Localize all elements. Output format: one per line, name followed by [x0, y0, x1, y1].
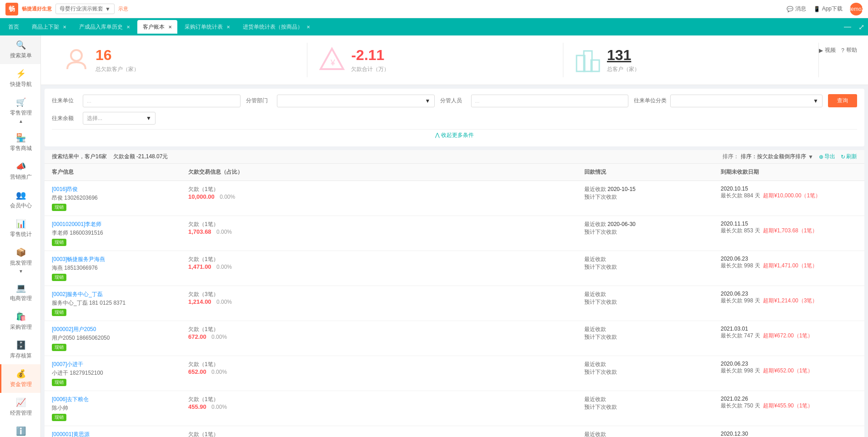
view-icon: ▶ — [819, 47, 823, 54]
help-icon: ? — [841, 47, 844, 54]
debt-percent: 0.00% — [211, 334, 227, 340]
sidebar-item-purchase-mgmt[interactable]: 🛍️ 采购管理 — [0, 307, 40, 336]
tab-customer-account[interactable]: 客户账本 ✕ — [137, 20, 177, 34]
debt-amount: 1,214.00 — [188, 298, 211, 305]
overdue-amount-link[interactable]: 超期¥652.00（1笔） — [763, 367, 813, 374]
brand-short[interactable]: 示意 — [118, 5, 128, 12]
sort-label: 排序： — [722, 153, 739, 161]
debt-label: 欠款（1笔） — [188, 256, 584, 263]
customer-name-link[interactable]: [000002]用户2050 — [52, 326, 188, 333]
debt-cell: 欠款（1笔） 455.90 0.00% — [188, 396, 584, 410]
sidebar-item-quick-nav[interactable]: ⚡ 快捷导航 — [0, 64, 40, 93]
sidebar-item-retail-mall[interactable]: 🏪 零售商城 — [0, 128, 40, 157]
dept-select[interactable]: ▼ — [277, 95, 435, 107]
stat-customers-number: 16 — [95, 47, 139, 64]
tab-product-shelf[interactable]: 商品上下架 ✕ — [26, 20, 72, 34]
sidebar-item-inventory[interactable]: 🗄️ 库存核算 — [0, 336, 40, 364]
overdue-amount-link[interactable]: 超期¥1,471.00（1笔） — [763, 262, 818, 269]
person-input[interactable]: ... — [471, 95, 629, 107]
debt-label: 欠款（1笔） — [188, 186, 584, 193]
collection-cell: 最近收款 2020-06-30 预计下次收款 — [584, 221, 721, 236]
help-button[interactable]: ? 帮助 — [841, 46, 857, 54]
tab-home[interactable]: 首页 — [3, 20, 25, 34]
export-button[interactable]: ⊕ 导出 — [819, 153, 835, 161]
debt-amount: 652.00 — [188, 368, 206, 375]
sidebar-item-search[interactable]: 🔍 搜索菜单 — [0, 35, 40, 64]
filter-row-2: 往来余额 选择... ▼ — [52, 112, 857, 125]
filter-unit-category: 往来单位分类 ▼ — [634, 95, 823, 107]
table-row: [0002]服务中心_丁磊 服务中心_丁磊 181 0125 8371 现销 欠… — [45, 286, 864, 321]
customer-name-link[interactable]: [0003]畅捷服务尹海燕 — [52, 256, 188, 263]
unit-category-select[interactable]: ▼ — [670, 95, 823, 107]
debt-cell: 欠款（3笔） 1,214.00 0.00% — [188, 291, 584, 305]
sidebar-item-batch-mgmt[interactable]: 📦 批发管理 ▼ — [0, 243, 40, 278]
table-row: [000002]用户2050 用户2050 18665062050 现销 欠款（… — [45, 321, 864, 356]
due-date: 2021.03.01 — [721, 326, 857, 332]
industry-select[interactable]: 母婴行业演示账套 ▼ — [55, 4, 115, 14]
customer-badge: 现销 — [52, 309, 66, 316]
results-actions: 排序： 排序：按欠款金额倒序排序 ▼ ⊕ 导出 ↻ 刷新 — [722, 153, 857, 161]
sidebar-item-retail-mgmt[interactable]: 🛒 零售管理 ▲ — [0, 93, 40, 128]
customer-name-link[interactable]: [0007]小进干 — [52, 361, 188, 368]
query-button[interactable]: 查询 — [828, 94, 857, 107]
table-row: [0007]小进干 小进干 18279152100 现销 欠款（1笔） 652.… — [45, 356, 864, 391]
logo-area: 畅 畅捷通好生意 母婴行业演示账套 ▼ 示意 — [5, 3, 128, 15]
customer-name-link[interactable]: [0001020001]李老师 — [52, 221, 188, 228]
retail-mgmt-icon: 🛒 — [16, 97, 26, 107]
customer-cell: [000002]用户2050 用户2050 18665062050 现销 — [52, 326, 188, 351]
sidebar-item-finance[interactable]: 💰 资金管理 — [0, 364, 40, 393]
svg-text:¥: ¥ — [330, 58, 336, 67]
sidebar-item-basic-info[interactable]: ℹ️ 基础信息 — [0, 422, 40, 437]
overdue-amount-link[interactable]: 超期¥1,214.00（3笔） — [763, 297, 818, 304]
customer-badge: 现销 — [52, 344, 66, 351]
debt-cell: 欠款（1笔） 1,703.68 0.00% — [188, 221, 584, 235]
tab-close-purchase-order[interactable]: ✕ — [226, 25, 230, 30]
table-row: [0016]昂俊 昂俊 13026203696 现销 欠款（1笔） 10,000… — [45, 181, 864, 216]
user-avatar[interactable]: demo2 — [850, 3, 863, 15]
sidebar-item-ecommerce[interactable]: 💻 电商管理 — [0, 278, 40, 307]
sort-select[interactable]: 排序： 排序：按欠款金额倒序排序 ▼ — [722, 153, 813, 161]
stat-item-amount: ¥ -2.11 欠款合计（万） — [307, 43, 563, 77]
overdue-amount-link[interactable]: 超期¥672.00（1笔） — [763, 332, 813, 339]
customer-name-link[interactable]: [0002]服务中心_丁磊 — [52, 291, 188, 298]
view-button[interactable]: ▶ 视频 — [819, 46, 836, 54]
collapse-up-icon: ⋀ — [435, 132, 441, 138]
balance-select[interactable]: 选择... ▼ — [83, 112, 156, 125]
tab-maximize-icon[interactable]: ⤢ — [857, 21, 866, 33]
tab-purchase-order[interactable]: 采购订单统计表 ✕ — [179, 20, 236, 34]
customers-icon — [63, 46, 90, 74]
collapse-bar[interactable]: ⋀ 收起更多条件 — [52, 129, 857, 141]
app-download-button[interactable]: 📱 App下载 — [813, 5, 843, 13]
collection-cell: 最近收款 预计下次收款 — [584, 431, 721, 437]
sidebar-item-member[interactable]: 👥 会员中心 — [0, 186, 40, 214]
top-header: 畅 畅捷通好生意 母婴行业演示账套 ▼ 示意 💬 消息 📱 App下载 demo… — [0, 0, 868, 18]
sidebar-item-marketing[interactable]: 📣 营销推广 — [0, 157, 40, 186]
message-button[interactable]: 💬 消息 — [787, 5, 806, 13]
content-area: 16 总欠款客户（家） ¥ -2.11 欠款合计（万） 131 — [41, 35, 868, 437]
sidebar-item-operations[interactable]: 📈 经营管理 — [0, 393, 40, 422]
overdue-amount-link[interactable]: 超期¥1,703.68（1笔） — [763, 227, 818, 234]
refresh-icon: ↻ — [841, 154, 845, 160]
overdue-amount-link[interactable]: 超期¥455.90（1笔） — [763, 402, 813, 409]
tab-close-product-history[interactable]: ✕ — [126, 25, 130, 30]
tab-inbound-stats[interactable]: 进货单统计表（按商品） ✕ — [237, 20, 316, 34]
from-unit-input[interactable]: ... — [83, 95, 241, 107]
customer-name-link[interactable]: [0006]去下粮仓 — [52, 396, 188, 403]
due-date-cell: 2020.06.23 最长欠款 998 天 超期¥1,471.00（1笔） — [721, 256, 857, 270]
due-date-cell: 2020.06.23 最长欠款 998 天 超期¥1,214.00（3笔） — [721, 291, 857, 305]
customer-name-link[interactable]: [0016]昂俊 — [52, 186, 188, 193]
sidebar-item-retail-stats[interactable]: 📊 零售统计 — [0, 214, 40, 243]
tab-product-history[interactable]: 产成品入库单历史 ✕ — [74, 20, 135, 34]
tab-close-product-shelf[interactable]: ✕ — [63, 25, 66, 30]
tab-minimize-icon[interactable]: — — [842, 21, 853, 33]
customer-cell: [0016]昂俊 昂俊 13026203696 现销 — [52, 186, 188, 211]
customer-phone: 陈小帅 — [52, 404, 188, 412]
due-date-cell: 2020.10.15 最长欠款 884 天 超期¥10,000.00（1笔） — [721, 186, 857, 200]
refresh-button[interactable]: ↻ 刷新 — [841, 153, 857, 161]
debt-label: 欠款（3笔） — [188, 291, 584, 298]
tab-close-inbound-stats[interactable]: ✕ — [306, 25, 310, 30]
customer-name-link[interactable]: [000001]黄思源 — [52, 431, 188, 437]
tab-close-customer-account[interactable]: ✕ — [168, 25, 172, 30]
finance-icon: 💰 — [16, 369, 26, 379]
overdue-amount-link[interactable]: 超期¥10,000.00（1笔） — [763, 192, 821, 199]
